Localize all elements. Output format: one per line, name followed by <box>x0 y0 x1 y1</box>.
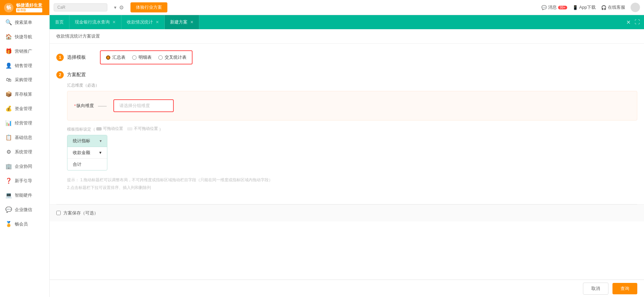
sidebar-nav: 🔍 搜索菜单 🏠 快捷导航 🎁 营销推广 👤 销售管理 🛍 采购管理 📦 库存核… <box>0 15 49 297</box>
radio-summary-label[interactable]: 汇总表 <box>112 54 125 60</box>
sidebar-item-smart-hw[interactable]: 💻 智能硬件 <box>0 188 49 202</box>
corp-wechat-icon: 💬 <box>5 206 12 213</box>
radio-detail-input[interactable] <box>132 55 137 60</box>
member-icon: 🏅 <box>5 221 12 227</box>
draggable-icon <box>96 127 102 131</box>
sidebar-item-quick-nav[interactable]: 🏠 快捷导航 <box>0 30 49 44</box>
step1-header: 1 选择模板 汇总表 明细表 交叉统计表 <box>56 50 637 64</box>
draggable-indicator: 可拖动位置 <box>96 126 123 132</box>
hints-section: 提示： 1.拖动标题栏可以调整布局，不可跨维度或指标区域拖动栏目字段（只能在同一… <box>67 177 637 191</box>
sidebar-logo: 畅 畅捷通好生意 标准版 <box>0 0 49 15</box>
tab-receivable-stats-close[interactable]: ✕ <box>156 20 159 24</box>
cancel-button[interactable]: 取消 <box>583 283 608 295</box>
radio-crosstab[interactable]: 交叉统计表 <box>158 54 186 60</box>
close-window-icon[interactable]: ✕ <box>626 19 631 26</box>
chevron-down-icon[interactable]: ▾ <box>100 139 102 143</box>
tab-cash-bank-close[interactable]: ✕ <box>112 20 116 24</box>
step2-header: 2 方案配置 <box>56 71 637 79</box>
metrics-row-amount[interactable]: 收款金额 ▾ <box>67 147 107 159</box>
corp-collab-icon: 🏢 <box>5 163 12 169</box>
user-avatar[interactable] <box>631 3 640 12</box>
tab-home[interactable]: 首页 <box>50 15 69 29</box>
non-draggable-label: 不可拖动位置 <box>134 126 158 132</box>
radio-detail[interactable]: 明细表 <box>132 54 152 60</box>
notifications-item[interactable]: 💬 消息 99+ <box>541 4 567 10</box>
notification-badge: 99+ <box>558 6 567 9</box>
customer-service-item[interactable]: 🎧 在线客服 <box>601 4 625 10</box>
top-bar: ▾ ⚙ 体验行业方案 💬 消息 99+ 📱 App下载 🎧 在线客服 <box>50 0 644 15</box>
radio-summary-input[interactable] <box>106 55 110 60</box>
settings-icon[interactable]: ⚙ <box>118 3 125 12</box>
save-label[interactable]: 方案保存（可选） <box>63 210 98 216</box>
content-area: 收款情况统计方案设置 1 选择模板 汇总表 明细表 <box>50 29 644 280</box>
query-button[interactable]: 查询 <box>612 283 637 294</box>
metrics-col-title: 统计指标 <box>73 138 90 144</box>
sidebar-item-member[interactable]: 🏅 畅会员 <box>0 217 49 231</box>
dimension-section: 汇总维度（必选） * 纵向维度 —— 请选择分组维度 <box>56 83 637 120</box>
maximize-icon[interactable]: ⛶ <box>635 19 640 25</box>
sidebar: 畅 畅捷通好生意 标准版 🔍 搜索菜单 🏠 快捷导航 🎁 营销推广 👤 销售管理… <box>0 0 50 297</box>
logo-icon: 畅 <box>4 3 13 12</box>
sidebar-item-label: 新手引导 <box>15 178 32 184</box>
app-download-icon: 📱 <box>573 5 578 10</box>
metrics-amount-label: 收款金额 <box>73 150 90 156</box>
metrics-col-header[interactable]: 统计指标 ▾ <box>67 135 107 147</box>
radio-crosstab-label[interactable]: 交叉统计表 <box>165 54 186 60</box>
tab-home-label: 首页 <box>55 19 64 25</box>
purchase-icon: 🛍 <box>5 77 12 83</box>
tab-window-controls: ✕ ⛶ <box>622 15 644 29</box>
sales-icon: 👤 <box>5 62 12 69</box>
logo-text: 畅捷通好生意 <box>16 3 42 8</box>
sidebar-item-label: 基础信息 <box>15 135 32 141</box>
sidebar-item-inventory[interactable]: 📦 库存核算 <box>0 87 49 101</box>
form-card: 1 选择模板 汇总表 明细表 交叉统计表 <box>50 44 644 204</box>
dim-arrow: —— <box>98 103 107 108</box>
sidebar-item-search-menu[interactable]: 🔍 搜索菜单 <box>0 15 49 30</box>
metrics-container: 统计指标 ▾ 收款金额 ▾ 合计 <box>67 135 637 170</box>
metrics-row-total: 合计 <box>67 159 107 170</box>
tab-bar: 首页 现金银行流水查询 ✕ 收款情况统计 ✕ 新建方案 ✕ ✕ ⛶ <box>50 15 644 29</box>
sidebar-item-label: 快捷导航 <box>15 34 32 40</box>
sidebar-item-basic-info[interactable]: 📋 基础信息 <box>0 130 49 145</box>
app-download-item[interactable]: 📱 App下载 <box>573 4 596 10</box>
sidebar-item-purchase[interactable]: 🛍 采购管理 <box>0 73 49 87</box>
tab-receivable-stats[interactable]: 收款情况统计 ✕ <box>121 15 165 29</box>
step1-section: 1 选择模板 汇总表 明细表 交叉统计表 <box>56 50 637 64</box>
sidebar-item-marketing[interactable]: 🎁 营销推广 <box>0 44 49 58</box>
step2-num: 2 <box>56 71 64 79</box>
step1-num: 1 <box>56 54 64 61</box>
sidebar-item-sales[interactable]: 👤 销售管理 <box>0 58 49 73</box>
metrics-amount-chevron[interactable]: ▾ <box>99 150 102 155</box>
gift-icon: 🎁 <box>5 48 12 54</box>
sidebar-item-system[interactable]: ⚙ 系统管理 <box>0 145 49 159</box>
sidebar-item-label: 企业微信 <box>15 207 32 213</box>
sidebar-item-label: 搜索菜单 <box>15 19 32 26</box>
sidebar-item-corp-collab[interactable]: 🏢 企业协同 <box>0 159 49 174</box>
sidebar-item-label: 畅会员 <box>15 221 28 227</box>
tab-new-plan[interactable]: 新建方案 ✕ <box>165 15 199 29</box>
search-input[interactable] <box>54 3 107 11</box>
radio-crosstab-input[interactable] <box>158 55 163 60</box>
sidebar-item-guide[interactable]: ❓ 新手引导 <box>0 174 49 188</box>
vertical-dim-label: 纵向维度 <box>76 103 94 109</box>
tab-cash-bank[interactable]: 现金银行流水查询 ✕ <box>69 15 121 29</box>
metrics-note: 模板指标设定（ 可拖动位置 不可拖动位置 ） <box>67 126 637 132</box>
sidebar-item-corp-wechat[interactable]: 💬 企业微信 <box>0 202 49 217</box>
save-section: 方案保存（可选） <box>50 204 644 221</box>
sidebar-item-finance[interactable]: 💰 资金管理 <box>0 101 49 116</box>
dim-select-wrapper[interactable]: 请选择分组维度 <box>113 99 630 112</box>
dropdown-icon[interactable]: ▾ <box>114 5 116 10</box>
step2-label: 方案配置 <box>67 72 86 78</box>
sidebar-item-operations[interactable]: 📊 经营管理 <box>0 116 49 130</box>
hint-1: 提示： 1.拖动标题栏可以调整布局，不可跨维度或指标区域拖动栏目字段（只能在同一… <box>67 177 637 183</box>
dimension-title: 汇总维度（必选） <box>67 83 637 88</box>
vertical-dim-select[interactable]: 请选择分组维度 <box>113 99 174 112</box>
basic-info-icon: 📋 <box>5 134 12 141</box>
dimension-title-text: 汇总维度（必选） <box>67 83 99 88</box>
radio-detail-label[interactable]: 明细表 <box>139 54 152 60</box>
save-checkbox[interactable] <box>56 211 61 215</box>
radio-summary[interactable]: 汇总表 <box>106 54 125 60</box>
sidebar-item-label: 经营管理 <box>15 120 32 126</box>
tab-new-plan-close[interactable]: ✕ <box>190 20 194 24</box>
trial-button[interactable]: 体验行业方案 <box>130 2 167 12</box>
